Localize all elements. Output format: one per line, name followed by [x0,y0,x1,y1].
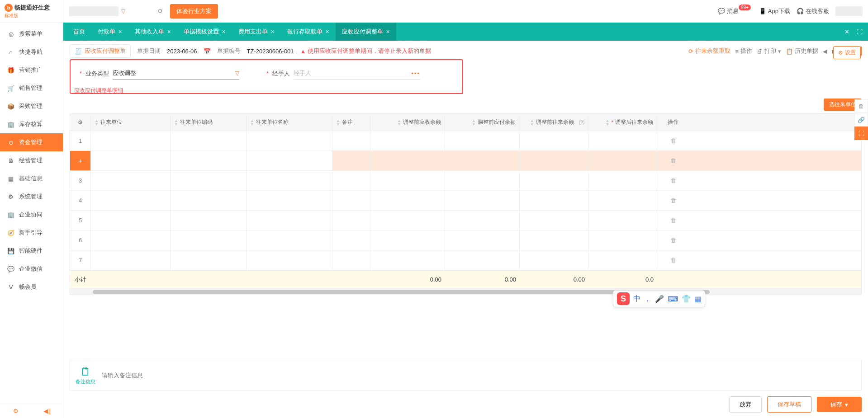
close-icon[interactable]: ✕ [118,29,122,35]
save-draft-button[interactable]: 保存草稿 [767,396,811,413]
table-row[interactable]: +🗑 [70,151,861,171]
more-icon[interactable]: ••• [411,70,420,77]
tab-5[interactable]: 银行存取款单✕ [281,23,336,41]
agent-input[interactable]: 经手人 ••• [294,67,420,80]
nav-item-0[interactable]: ◎搜索菜单 [0,25,63,43]
nav-item-12[interactable]: 💾智能硬件 [0,242,63,260]
note-icon: 🗒 [76,366,95,378]
close-icon[interactable]: ✕ [386,29,390,35]
expand-icon[interactable]: ⛶ [855,27,864,37]
col-op: 操作 [657,114,689,131]
sidebar: b 畅捷通好生意 标准版 ◎搜索菜单⌂快捷导航🎁营销推广🛒销售管理📦采购管理🏢库… [0,0,63,418]
sidebar-footer: ⚙ ◀‖ [0,404,63,418]
nav-icon: ◎ [7,30,14,38]
col-pre-bal[interactable]: ▲▼调整前往来余额 ? [520,114,588,131]
biz-type-select[interactable]: 应收调整 ▽ [113,67,239,80]
col-code[interactable]: ▲▼往来单位编码 [171,114,247,131]
nav-item-8[interactable]: ▤基础信息 [0,169,63,188]
footer-actions: 放弃 保存草稿 保存 ▾ [63,391,868,418]
col-post-bal[interactable]: ▲▼*调整后往来余额 [588,114,657,131]
tab-6[interactable]: 应收应付调整单✕ [336,23,396,41]
close-icon[interactable]: ✕ [222,29,226,35]
subtotal-pre-pay: 0.00 [445,271,520,288]
nav-item-2[interactable]: 🎁营销推广 [0,61,63,79]
nav-item-5[interactable]: 🏢库存核算 [0,115,63,133]
org-selector[interactable]: ▽ [69,6,150,16]
keyboard-icon[interactable]: ⌨ [668,295,678,303]
delete-row-icon[interactable]: 🗑 [670,257,676,263]
nav-icon: 🧭 [7,229,14,236]
settings-button[interactable]: ⚙ 设置 [833,46,861,59]
nav-item-1[interactable]: ⌂快捷导航 [0,43,63,61]
try-industry-button[interactable]: 体验行业方案 [170,4,218,19]
avatar[interactable] [835,6,863,16]
tab-2[interactable]: 其他收入单✕ [128,23,177,41]
tool-notes-icon[interactable]: 🗎 [854,99,868,113]
settings-column-icon[interactable]: ⚙ [70,114,91,131]
nav-item-11[interactable]: 🧭新手引导 [0,224,63,242]
col-unit[interactable]: ▲▼往来单位 [91,114,171,131]
detail-grid: ⚙ ▲▼往来单位 ▲▼往来单位编码 ▲▼往来单位名称 ▲▼备注 ▲▼调整前应收余… [70,113,862,295]
chat-icon: 💬 [718,8,725,14]
table-row[interactable]: 3🗑 [70,171,861,191]
cancel-button[interactable]: 放弃 [729,396,762,413]
delete-row-icon[interactable]: 🗑 [670,177,676,184]
nav-item-13[interactable]: 💬企业微信 [0,260,63,278]
ime-toolbar[interactable]: S 中 ， 🎤 ⌨ 👕 ▦ [613,290,705,307]
horizontal-scrollbar[interactable] [70,288,861,295]
add-row-icon[interactable]: + [76,156,85,165]
nav-item-10[interactable]: 🏢企业协同 [0,206,63,224]
gear-icon[interactable]: ⚙ [155,8,166,14]
tab-4[interactable]: 费用支出单✕ [232,23,281,41]
remark-input[interactable] [102,372,856,379]
close-icon[interactable]: ✕ [325,29,329,35]
nav-item-3[interactable]: 🛒销售管理 [0,79,63,97]
shirt-icon[interactable]: 👕 [682,295,691,303]
close-icon[interactable]: ✕ [167,29,171,35]
delete-row-icon[interactable]: 🗑 [670,137,676,144]
messages-link[interactable]: 💬 消息 99+ [718,7,753,15]
headset-icon: 🎧 [797,8,804,14]
delete-row-icon[interactable]: 🗑 [670,237,676,244]
col-pre-pay[interactable]: ▲▼调整前应付余额 [445,114,520,131]
col-remark[interactable]: ▲▼备注 [332,114,370,131]
nav: ◎搜索菜单⌂快捷导航🎁营销推广🛒销售管理📦采购管理🏢库存核算⊙资金管理🗎经营管理… [0,23,63,404]
tab-3[interactable]: 单据模板设置✕ [177,23,232,41]
table-row[interactable]: 5🗑 [70,211,861,230]
nav-item-9[interactable]: ⚙系统管理 [0,188,63,206]
delete-row-icon[interactable]: 🗑 [670,157,676,164]
logo-area: b 畅捷通好生意 标准版 [0,0,63,23]
tab-1[interactable]: 付款单✕ [91,23,128,41]
tool-attach-icon[interactable]: 🔗 [854,113,868,127]
table-row[interactable]: 6🗑 [70,230,861,250]
tab-0[interactable]: 首页 [67,23,91,41]
tabs-bar: 首页付款单✕其他收入单✕单据模板设置✕费用支出单✕银行存取款单✕应收应付调整单✕… [63,23,868,41]
close-icon[interactable]: ✕ [270,29,275,35]
table-row[interactable]: 4🗑 [70,191,861,211]
logo-text: 畅捷通好生意 [14,4,50,12]
nav-item-4[interactable]: 📦采购管理 [0,97,63,115]
col-pre-recv[interactable]: ▲▼调整前应收余额 [370,114,445,131]
table-row[interactable]: 1🗑 [70,131,861,151]
subtotal-label: 小计 [70,271,91,288]
table-row[interactable]: 7🗑 [70,250,861,270]
delete-row-icon[interactable]: 🗑 [670,217,676,224]
nav-item-6[interactable]: ⊙资金管理 [0,133,63,151]
mic-icon[interactable]: 🎤 [655,295,664,303]
nav-item-14[interactable]: V畅会员 [0,278,63,296]
grid-icon[interactable]: ▦ [694,295,701,303]
message-badge: 99+ [739,5,751,10]
close-tab-icon[interactable]: ✕ [843,27,851,37]
col-name[interactable]: ▲▼往来单位名称 [247,114,332,131]
nav-item-7[interactable]: 🗎经营管理 [0,151,63,169]
app-download-link[interactable]: 📱 App下载 [759,7,790,15]
sidebar-collapse-icon[interactable]: ◀‖ [32,404,63,418]
logo-subtitle: 标准版 [5,13,58,19]
online-service-link[interactable]: 🎧 在线客服 [797,7,829,15]
delete-row-icon[interactable]: 🗑 [670,197,676,204]
tool-expand-icon[interactable]: ⛶ [854,127,868,140]
sidebar-settings-icon[interactable]: ⚙ [0,404,32,418]
save-button[interactable]: 保存 ▾ [817,397,862,412]
info-icon[interactable]: ? [579,120,584,125]
right-float-tools: 🗎 🔗 ⛶ [854,99,868,140]
